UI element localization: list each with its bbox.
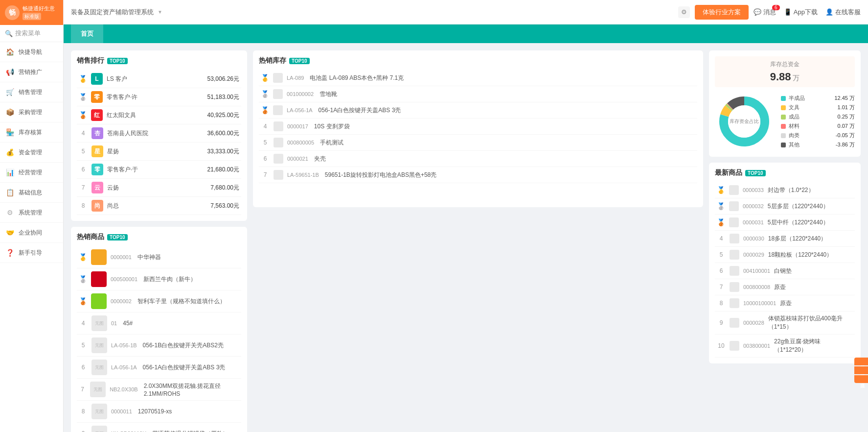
legend-item: 其他 -3.86 万 bbox=[781, 141, 855, 148]
new-product-row: 9 0000028 体锁荔枝味苏打饮品400毫升（1*15） bbox=[715, 312, 855, 335]
stock-row: 4 0000017 10S 变刹罗袋 bbox=[259, 119, 697, 135]
hot-stock-card: 热销库存 TOP10 🥇 LA-089 电池盖 LA-089 ABS本色+黑种 … bbox=[253, 50, 703, 207]
col-left: 销售排行 TOP10 🥇 L LS 客户 53,006.26元 🥈 零 零售客户… bbox=[71, 50, 247, 425]
new-product-row: 7 000800008 原壶 bbox=[715, 279, 855, 295]
col-right: 库存总资金 9.88 万 bbox=[709, 50, 861, 425]
sidebar-item-corp[interactable]: 🤝 企业协同 bbox=[0, 223, 63, 243]
sys-icon: ⚙ bbox=[5, 208, 15, 217]
rank-row: 7 云 云扬 7,680.00元 bbox=[77, 179, 241, 197]
dropdown-icon[interactable]: ▼ bbox=[158, 9, 162, 15]
new-product-row: 6 004100001 白钢垫 bbox=[715, 263, 855, 279]
search-menu[interactable]: 🔍 搜索菜单 bbox=[0, 25, 63, 42]
hot-stock-list: 🥇 LA-089 电池盖 LA-089 ABS本色+黑种 7.1克 🥈 0010… bbox=[259, 70, 697, 183]
settings-button[interactable]: ⚙ bbox=[678, 6, 690, 18]
new-product-row: 🥈 0000032 5层多层（1220*2440） bbox=[715, 198, 855, 215]
new-product-row: 🥇 0000033 封边带（1.0*22） bbox=[715, 182, 855, 198]
new-product-row: 5 0000029 18颗粒板（1220*2440） bbox=[715, 247, 855, 263]
purchase-icon: 📦 bbox=[5, 107, 15, 117]
sidebar-item-marketing[interactable]: 📢 营销推广 bbox=[0, 62, 63, 82]
hot-products-list: 🥇 0000001 中华神器 🥈 000500001 新西兰牛肉（新牛） 🥉 0… bbox=[77, 246, 241, 432]
stock-row: 🥉 LA-056-1A 056-1A白色按键开关盖ABS 3壳 bbox=[259, 102, 697, 119]
finance-icon: 💰 bbox=[5, 147, 15, 157]
sales-rank-list: 🥇 L LS 客户 53,006.26元 🥈 零 零售客户·许 51,183.0… bbox=[77, 70, 241, 215]
operation-icon: 📊 bbox=[5, 168, 15, 177]
sidebar-item-newbie[interactable]: ❓ 新手引导 bbox=[0, 243, 63, 263]
new-product-row: 8 10000100001 原壶 bbox=[715, 295, 855, 312]
rank-row: 6 零 零售客户·于 21,680.00元 bbox=[77, 161, 241, 179]
legend-item: 成品 0.25 万 bbox=[781, 113, 855, 120]
product-row: 🥈 000500001 新西兰牛肉（新牛） bbox=[77, 268, 241, 290]
service-icon: 👤 bbox=[825, 8, 833, 16]
home-icon: 🏠 bbox=[5, 47, 15, 57]
product-row: 🥉 0000002 智利车子里（规格不知道填什么） bbox=[77, 290, 241, 312]
app-download-button[interactable]: 📱 App下载 bbox=[784, 8, 818, 17]
sidebar-item-sales[interactable]: 🛒 销售管理 bbox=[0, 82, 63, 102]
stock-row: 🥈 001000002 雪地靴 bbox=[259, 86, 697, 102]
product-row: 🥇 0000001 中华神器 bbox=[77, 246, 241, 268]
app-logo: 畅 畅捷通好生意 标准版 bbox=[0, 0, 63, 25]
new-products-title: 最新商品 TOP10 bbox=[715, 168, 855, 177]
float-btn-2[interactable]: 直播 bbox=[854, 375, 868, 383]
stock-row: 7 LA-59651-1B 59651-1B旋转投影灯电池盒ABS黑色+58壳 bbox=[259, 167, 697, 183]
tab-home[interactable]: 首页 bbox=[71, 24, 103, 43]
legend-item: 文具 1.01 万 bbox=[781, 104, 855, 111]
rank-row: 4 杏 苍南县人民医院 36,600.00元 bbox=[77, 124, 241, 143]
rank-row: 🥉 红 红太阳文具 40,925.00元 bbox=[77, 106, 241, 124]
stock-row: 6 0000021 夹壳 bbox=[259, 151, 697, 167]
content-area: 销售排行 TOP10 🥇 L LS 客户 53,006.26元 🥈 零 零售客户… bbox=[64, 43, 868, 432]
new-products-list: 🥇 0000033 封边带（1.0*22） 🥈 0000032 5层多层（122… bbox=[715, 182, 855, 358]
chart-area: 库存资金占比 半成品 12.45 万 文具 1.01 万 成品 0.25 万 材… bbox=[715, 92, 855, 151]
hot-stock-title: 热销库存 TOP10 bbox=[259, 56, 697, 65]
corp-icon: 🤝 bbox=[5, 228, 15, 238]
inventory-icon: 🏪 bbox=[5, 127, 15, 137]
stock-row: 5 000800005 手机测试 bbox=[259, 135, 697, 151]
new-products-card: 最新商品 TOP10 🥇 0000033 封边带（1.0*22） 🥈 00000… bbox=[709, 163, 861, 363]
logo-icon: 畅 bbox=[5, 5, 20, 20]
new-product-row: 🥉 0000031 5层中纤（1220*2440） bbox=[715, 215, 855, 231]
sidebar-item-quick-nav[interactable]: 🏠 快捷导航 bbox=[0, 42, 63, 62]
sidebar-item-operation[interactable]: 📊 经营管理 bbox=[0, 163, 63, 183]
legend-item: 肉类 -0.05 万 bbox=[781, 132, 855, 139]
donut-center-label: 库存资金占比 bbox=[730, 118, 759, 125]
sidebar: 畅 畅捷通好生意 标准版 🔍 搜索菜单 🏠 快捷导航 📢 营销推广 🛒 销售管理… bbox=[0, 0, 64, 432]
newbie-icon: ❓ bbox=[5, 248, 15, 258]
rank-row: 🥈 零 零售客户·许 51,183.00元 bbox=[77, 88, 241, 106]
topbar: 装备及固定资产辅助管理系统 ▼ ⚙ 体验行业方案 💬 消息 6 📱 App下载 … bbox=[64, 0, 868, 24]
new-product-row: 10 003800001 22g鱼豆腐·烧烤味（1*12*20） bbox=[715, 335, 855, 358]
sidebar-item-basic[interactable]: 📋 基础信息 bbox=[0, 183, 63, 203]
float-btn-1[interactable]: 服务社区 bbox=[854, 366, 868, 374]
product-row: 7 无图 NB2.0X30B 2.0X30MM双搓花轴.搓花直径2.1MM/RO… bbox=[77, 379, 241, 401]
rank-row: 5 星 星扬 33,333.00元 bbox=[77, 143, 241, 161]
sales-icon: 🛒 bbox=[5, 87, 15, 97]
rank-row: 🥇 L LS 客户 53,006.26元 bbox=[77, 70, 241, 88]
logo-text: 畅捷通好生意 标准版 bbox=[23, 5, 55, 20]
inventory-total: 库存总资金 9.88 万 bbox=[715, 56, 855, 87]
legend-item: 材料 0.07 万 bbox=[781, 122, 855, 130]
sidebar-item-inventory[interactable]: 🏪 库存核算 bbox=[0, 122, 63, 143]
try-button[interactable]: 体验行业方案 bbox=[695, 5, 749, 20]
product-row: 9 无图 KK-SD22110H 花语萌信温分罐罐袋（厚款） bbox=[77, 423, 241, 432]
sidebar-item-sys[interactable]: ⚙ 系统管理 bbox=[0, 203, 63, 223]
legend-list: 半成品 12.45 万 文具 1.01 万 成品 0.25 万 材料 0.07 … bbox=[781, 95, 855, 148]
float-btn-0[interactable]: 客服热线 bbox=[854, 358, 868, 365]
marketing-icon: 📢 bbox=[5, 67, 15, 77]
message-icon: 💬 bbox=[754, 8, 761, 16]
product-row: 6 无图 LA-056-1A 056-1A白色按键开关盖ABS 3壳 bbox=[77, 357, 241, 379]
col-mid: 热销库存 TOP10 🥇 LA-089 电池盖 LA-089 ABS本色+黑种 … bbox=[253, 50, 703, 425]
product-row: 4 无图 01 45# bbox=[77, 312, 241, 335]
float-buttons: 客服热线服务社区直播 bbox=[854, 358, 868, 383]
sales-rank-card: 销售排行 TOP10 🥇 L LS 客户 53,006.26元 🥈 零 零售客户… bbox=[71, 50, 247, 221]
hot-products-title: 热销商品 TOP10 bbox=[77, 233, 241, 241]
product-row: 5 无图 LA-056-1B 056-1B白色按键开关壳ABS2壳 bbox=[77, 335, 241, 357]
rank-row: 8 尚 尚总 7,563.00元 bbox=[77, 197, 241, 215]
sales-rank-title: 销售排行 TOP10 bbox=[77, 56, 241, 65]
product-row: 8 无图 0000011 12070519-xs bbox=[77, 401, 241, 423]
online-service-button[interactable]: 👤 在线客服 bbox=[825, 8, 861, 17]
sidebar-item-purchase[interactable]: 📦 采购管理 bbox=[0, 102, 63, 122]
sidebar-item-finance[interactable]: 💰 资金管理 bbox=[0, 143, 63, 163]
basic-icon: 📋 bbox=[5, 188, 15, 197]
message-button[interactable]: 💬 消息 6 bbox=[754, 8, 776, 17]
donut-chart: 库存资金占比 bbox=[715, 92, 774, 151]
legend-item: 半成品 12.45 万 bbox=[781, 95, 855, 102]
phone-icon: 📱 bbox=[784, 8, 792, 16]
